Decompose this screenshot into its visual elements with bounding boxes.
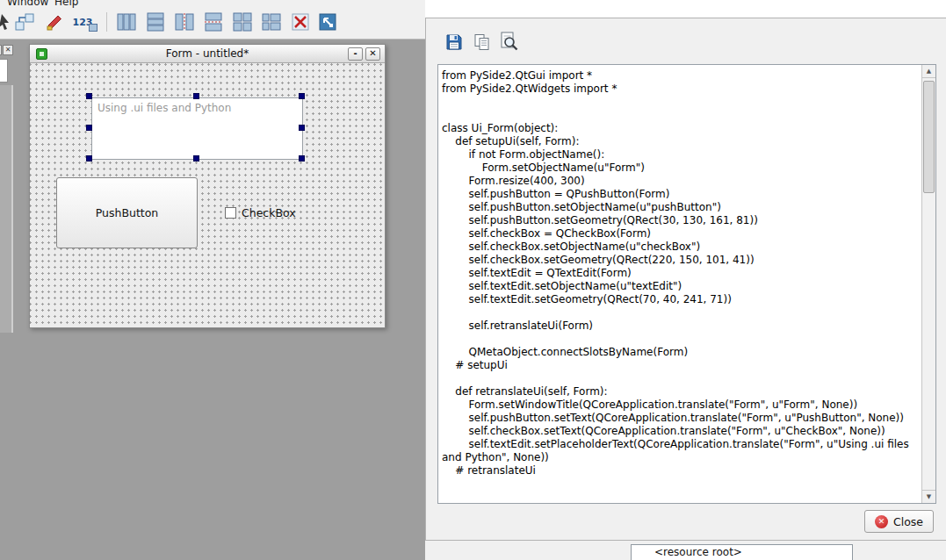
code-line [442,372,921,385]
code-preview-dialog: from PySide2.QtGui import *from PySide2.… [425,18,946,541]
dock-float-button[interactable]: ◻ [0,45,2,55]
code-line: self.checkBox = QCheckBox(Form) [442,227,921,241]
lay-out-horizontally-in-splitter-icon [175,12,194,32]
save-icon [444,32,464,55]
textedit-widget[interactable]: Using .ui files and Python [91,97,303,160]
code-line: class Ui_Form(object): [442,122,921,135]
code-line: from PySide2.QtGui import * [442,69,921,83]
widgetbox-dock-sliver [0,85,11,333]
find-icon [498,31,520,56]
lay-out-vertically-button[interactable] [143,10,168,34]
edit-tab-order-button[interactable]: 123 [70,10,95,34]
edit-widgets-icon [0,12,11,32]
adjust-size-button[interactable] [315,10,340,34]
code-line: and Python", None)) [442,451,921,464]
code-line: self.textEdit.setObjectName(u"textEdit") [442,280,921,293]
code-line: self.pushButton.setText(QCoreApplication… [442,412,921,425]
widgetbox-filter-sliver[interactable] [0,59,8,83]
copy-button[interactable] [470,32,494,55]
code-line: from PySide2.QtWidgets import * [442,83,921,96]
code-line: Form.setObjectName(u"Form") [442,162,921,175]
selection-handle-middle-right[interactable] [299,125,305,131]
close-button-label: Close [893,515,923,528]
selection-handle-top-middle[interactable] [193,93,199,99]
code-line: self.checkBox.setGeometry(QRect(220, 150… [442,254,921,267]
qt-designer-screen: Window Help [0,0,946,560]
lay-out-horizontally-icon [117,12,136,32]
form-editor-window: Form - untitled* - ✕ Using .ui files and… [29,44,386,328]
checkbox-label: CheckBox [242,206,296,219]
resource-browser-sliver: <resource root> [425,541,946,560]
code-line [442,306,921,319]
scrollbar-thumb[interactable] [923,81,935,193]
main-toolbar: 123 [0,8,425,39]
code-line: self.textEdit.setPlaceholderText(QCoreAp… [442,438,921,451]
code-frame: from PySide2.QtGui import *from PySide2.… [437,64,936,504]
save-button[interactable] [442,32,466,55]
form-canvas[interactable]: Using .ui files and Python PushButton Ch… [30,63,385,327]
selection-handle-top-left[interactable] [86,93,92,99]
code-line: # retranslateUi [442,464,921,477]
edit-signals-slots-button[interactable] [12,10,37,34]
form-window-titlebar[interactable]: Form - untitled* - ✕ [30,45,385,63]
code-line: self.retranslateUi(Form) [442,319,921,333]
selection-handle-bottom-middle[interactable] [193,155,199,162]
code-line: def setupUi(self, Form): [442,135,921,148]
lay-out-vertically-in-splitter-icon [204,12,223,32]
code-line: Form.setWindowTitle(QCoreApplication.tra… [442,398,921,412]
code-line: Form.resize(400, 300) [442,175,921,188]
lay-out-horizontally-in-splitter-button[interactable] [172,10,197,34]
find-button[interactable] [497,32,521,55]
pushbutton-widget[interactable]: PushButton [56,177,198,248]
code-line: self.pushButton = QPushButton(Form) [442,188,921,201]
toolbar-separator [106,12,107,32]
edit-buddies-icon [45,12,64,32]
code-line: def retranslateUi(self, Form): [442,385,921,398]
scrollbar-up-arrow-icon[interactable]: ▲ [922,65,935,78]
code-line [442,333,921,346]
lay-out-vertically-icon [146,12,165,32]
code-line: self.textEdit.setGeometry(QRect(70, 40, … [442,293,921,306]
checkbox-indicator[interactable] [225,207,236,219]
break-layout-icon [291,12,310,32]
break-layout-button[interactable] [288,10,313,34]
code-line: self.checkBox.setObjectName(u"checkBox") [442,241,921,254]
vertical-scrollbar[interactable]: ▲ ▼ [921,65,935,503]
resource-root-item[interactable]: <resource root> [631,544,853,560]
code-editor[interactable]: from PySide2.QtGui import *from PySide2.… [438,65,921,503]
lay-out-in-a-form-layout-icon [262,12,281,32]
lay-out-in-a-form-layout-button[interactable] [259,10,284,34]
dock-close-button[interactable]: ✕ [3,45,13,55]
checkbox-widget[interactable]: CheckBox [223,195,312,231]
edit-buddies-button[interactable] [42,10,67,34]
edit-tab-order-icon: 123 [73,17,93,28]
lay-out-in-a-grid-button[interactable] [230,10,255,34]
widgetbox-scrollbar-sliver[interactable] [11,85,13,333]
lay-out-horizontally-button[interactable] [114,10,139,34]
scrollbar-down-arrow-icon[interactable]: ▼ [922,490,935,503]
code-line [442,109,921,122]
code-line [442,96,921,109]
menu-window[interactable]: Window [7,0,48,8]
menu-help[interactable]: Help [54,0,78,8]
selection-handle-bottom-right[interactable] [299,155,305,162]
code-line: self.pushButton.setObjectName(u"pushButt… [442,201,921,214]
code-line: QMetaObject.connectSlotsByName(Form) [442,346,921,359]
form-minimize-button[interactable]: - [348,47,363,61]
menubar: Window Help [0,0,425,8]
edit-widgets-button[interactable] [0,10,13,34]
form-close-button[interactable]: ✕ [365,47,380,61]
lay-out-vertically-in-splitter-button[interactable] [201,10,226,34]
lay-out-in-a-grid-icon [233,12,252,32]
edit-signals-slots-icon [15,12,34,32]
selection-handle-middle-left[interactable] [86,125,92,131]
form-window-title: Form - untitled* [30,47,385,60]
code-line: if not Form.objectName(): [442,148,921,162]
copy-icon [473,32,492,55]
code-line: self.pushButton.setGeometry(QRect(30, 13… [442,214,921,227]
close-button[interactable]: ✕ Close [864,510,934,533]
selection-handle-top-right[interactable] [299,93,305,99]
code-line: # setupUi [442,359,921,372]
selection-handle-bottom-left[interactable] [86,155,92,162]
close-red-x-icon: ✕ [875,515,888,528]
